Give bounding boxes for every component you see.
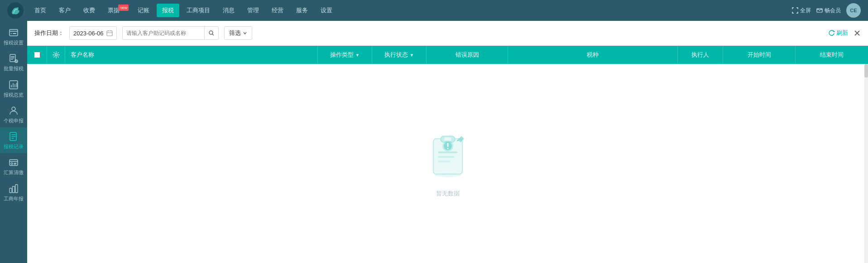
annual-report-icon [8,183,19,194]
sidebar-item-settlement[interactable]: 汇算清缴 [0,153,27,179]
svg-rect-24 [438,151,458,153]
sidebar-label-personal-tax: 个税申报 [4,117,24,124]
empty-illustration [421,130,475,184]
nav-item-billing[interactable]: 收费 [78,4,101,17]
th-checkbox[interactable] [27,46,47,64]
th-executor: 执行人 [678,46,723,64]
svg-rect-30 [447,148,448,149]
table-body: 暂无数据 [27,64,868,263]
select-all-checkbox[interactable] [34,52,40,58]
table-header: 客户名称 操作类型 ▼ 执行状态 ▼ 错误原因 税种 执行人 [27,46,868,64]
th-endtime: 结束时间 [796,46,868,64]
filter-button[interactable]: 筛选 [224,26,252,40]
svg-point-3 [11,33,12,34]
nav-item-invoice[interactable]: 票据 new [102,4,130,17]
sidebar-label-annual-report: 工商年报 [4,195,24,202]
svg-point-11 [12,107,15,111]
sidebar-label-tax-summary: 报税总览 [4,92,24,98]
svg-rect-8 [11,59,13,60]
settlement-icon [8,157,19,168]
svg-rect-2 [10,29,18,36]
nav-item-home[interactable]: 首页 [29,4,52,17]
svg-rect-13 [10,160,18,166]
svg-rect-6 [11,56,14,57]
th-gear[interactable] [47,46,65,64]
search-input[interactable] [123,28,204,38]
close-icon [854,29,861,37]
right-actions: 全屏 畅会员 CE [792,3,861,18]
svg-point-14 [11,163,13,165]
sidebar-item-batch-tax[interactable]: 批量报税 [0,49,27,75]
svg-rect-17 [15,185,18,193]
svg-point-20 [55,54,57,56]
svg-rect-15 [10,188,12,193]
sidebar-item-personal-tax[interactable]: 个税申报 [0,102,27,127]
app-logo[interactable] [7,2,24,19]
nav-item-accounting[interactable]: 记账 [132,4,155,17]
table-container: 客户名称 操作类型 ▼ 执行状态 ▼ 错误原因 税种 执行人 [27,46,868,263]
th-status[interactable]: 执行状态 ▼ [372,46,427,64]
content-area: 操作日期： 2023-06-06 筛选 [27,21,868,263]
sidebar-label-settlement: 汇算清缴 [4,169,24,175]
sidebar-item-annual-report[interactable]: 工商年报 [0,180,27,205]
calendar-icon [106,30,113,36]
svg-point-19 [209,31,213,34]
nav-item-settings[interactable]: 设置 [315,4,338,17]
tax-record-icon [8,131,19,142]
tax-summary-icon [8,79,19,90]
refresh-icon [829,30,835,36]
personal-tax-icon [8,105,19,116]
search-button[interactable] [204,27,218,39]
chevron-down-icon [243,31,247,35]
th-starttime: 开始时间 [723,46,796,64]
tax-settings-icon [8,27,19,38]
toolbar-right: 刷新 [829,29,861,37]
th-error: 错误原因 [427,46,508,64]
nav-item-tax[interactable]: 报税 [157,4,179,17]
nav-item-service[interactable]: 服务 [291,4,313,17]
svg-rect-18 [107,31,112,36]
new-badge: new [118,5,129,11]
nav-item-manage[interactable]: 管理 [242,4,264,17]
th-name: 客户名称 [65,46,318,64]
nav-item-message[interactable]: 消息 [217,4,240,17]
sort-status-icon: ▼ [410,53,414,58]
svg-rect-4 [13,33,16,34]
th-optype[interactable]: 操作类型 ▼ [318,46,372,64]
nav-items: 首页 客户 收费 票据 new 记账 报税 工商项目 消息 管理 经营 服务 设… [29,4,792,17]
svg-rect-7 [11,58,14,58]
date-label: 操作日期： [34,29,64,37]
scrollbar-thumb[interactable] [864,64,868,78]
svg-rect-16 [13,186,15,193]
sidebar: 报税设置 批量报税 报税总览 [0,21,27,263]
close-button[interactable] [854,29,861,37]
search-box [122,26,219,40]
main-layout: 报税设置 批量报税 报税总览 [0,21,868,263]
empty-state: 暂无数据 [421,130,475,198]
vip-button[interactable]: 畅会员 [816,7,841,15]
fullscreen-button[interactable]: 全屏 [792,7,811,15]
sidebar-item-tax-summary[interactable]: 报税总览 [0,76,27,102]
nav-item-customer[interactable]: 客户 [53,4,76,17]
batch-tax-icon [8,53,19,64]
svg-rect-23 [444,137,451,141]
sidebar-item-tax-record[interactable]: 报税记录 [0,127,27,153]
date-value: 2023-06-06 [73,30,104,37]
th-taxtype: 税种 [508,46,678,64]
date-picker[interactable]: 2023-06-06 [69,26,117,40]
empty-text: 暂无数据 [436,190,460,198]
svg-rect-29 [447,143,448,147]
sidebar-label-batch-tax: 批量报税 [4,65,24,72]
refresh-button[interactable]: 刷新 [829,29,848,37]
svg-rect-26 [438,161,451,162]
user-avatar[interactable]: CE [846,3,861,18]
top-nav: 首页 客户 收费 票据 new 记账 报税 工商项目 消息 管理 经营 服务 设… [0,0,868,21]
svg-rect-25 [438,156,454,158]
sidebar-label-tax-settings: 报税设置 [4,39,24,46]
sidebar-item-tax-settings[interactable]: 报税设置 [0,24,27,49]
nav-item-operation[interactable]: 经营 [266,4,289,17]
gear-icon [53,51,60,58]
nav-item-industry[interactable]: 工商项目 [181,4,216,17]
sidebar-label-tax-record: 报税记录 [4,143,24,150]
scrollbar-track[interactable] [864,64,868,263]
